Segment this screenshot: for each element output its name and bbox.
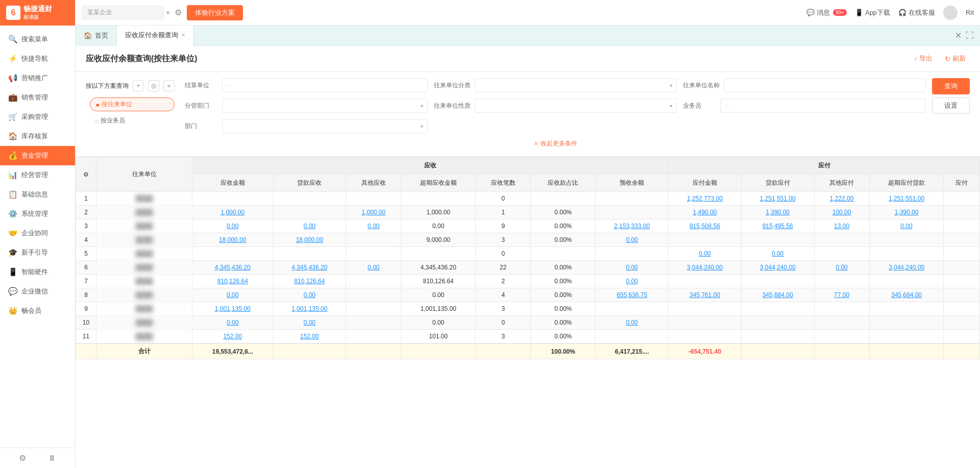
cell[interactable]: 152.00 — [273, 330, 346, 344]
cell[interactable]: 0.00 — [346, 261, 401, 275]
cell[interactable]: 0.00 — [814, 261, 869, 275]
settings-gear-icon[interactable]: ⚙ — [175, 8, 182, 17]
export-btn[interactable]: ↑ 导出 — [910, 52, 937, 65]
collapse-btn[interactable]: ∧ 收起更多条件 — [185, 137, 926, 150]
trial-btn[interactable]: 体验行业方案 — [187, 5, 243, 20]
query-btn[interactable]: 查询 — [932, 78, 970, 94]
sidebar-item-智能硬件[interactable]: 📱智能硬件 — [0, 262, 75, 282]
sidebar-item-企业协同[interactable]: 🤝企业协同 — [0, 224, 75, 243]
cell[interactable]: 0.00 — [869, 219, 944, 233]
cell[interactable]: 1,222.00 — [814, 192, 869, 206]
cell[interactable]: 1,251,551.00 — [741, 192, 814, 206]
sidebar-item-采购管理[interactable]: 🛒采购管理 — [0, 107, 75, 127]
cell[interactable]: 4,345,436.20 — [273, 261, 346, 275]
cell[interactable]: 0.00 — [192, 288, 273, 302]
nature-input[interactable]: ▾ — [475, 98, 677, 113]
salesman-input[interactable]: ··· — [720, 98, 926, 113]
cell[interactable]: 13.00 — [814, 219, 869, 233]
filter-by-salesman[interactable]: ○ 按业务员 — [90, 114, 175, 127]
sidebar-item-畅会员[interactable]: 👑畅会员 — [0, 301, 75, 321]
cell[interactable]: 4,345,436.20 — [192, 261, 273, 275]
cell[interactable]: 0.00 — [596, 275, 669, 288]
sidebar-item-企业微信[interactable]: 💬企业微信 — [0, 282, 75, 301]
sidebar-item-经营管理[interactable]: 📊经营管理 — [0, 165, 75, 185]
cell[interactable]: 3,044,240.00 — [741, 261, 814, 275]
setting-btn[interactable]: 设置 — [932, 97, 970, 114]
filter-by-unit[interactable]: ● 按往来单位 — [90, 97, 175, 111]
cell[interactable]: 1,000.00 — [346, 206, 401, 219]
settings-filter-btn[interactable]: ◎ — [148, 80, 159, 91]
cell: 0 — [476, 247, 531, 261]
sidebar-item-新手引导[interactable]: 🎓新手引导 — [0, 243, 75, 262]
sidebar-item-销售管理[interactable]: 💼销售管理 — [0, 88, 75, 107]
sidebar-item-营销推广[interactable]: 📢营销推广 — [0, 68, 75, 88]
cell[interactable]: 3,044,240.00 — [669, 261, 742, 275]
name-input[interactable] — [724, 78, 926, 92]
sidebar-item-基础信息[interactable]: 📋基础信息 — [0, 185, 75, 204]
cell[interactable]: 0.00 — [192, 219, 273, 233]
cell[interactable]: 77.00 — [814, 288, 869, 302]
cell[interactable]: 345,684.00 — [869, 288, 944, 302]
user-avatar[interactable] — [943, 6, 958, 20]
sidebar-item-搜索菜单[interactable]: 🔍搜索菜单 — [0, 30, 75, 49]
cell[interactable]: 100.00 — [814, 206, 869, 219]
filter-methods: 按以下方案查询 + ◎ « — [86, 80, 175, 91]
cell[interactable]: 1,251,551.00 — [869, 192, 944, 206]
dept-input[interactable]: ▾ — [222, 98, 428, 113]
sidebar-item-快捷导航[interactable]: ⚡快捷导航 — [0, 49, 75, 68]
messages-item[interactable]: 💬 消息 99+ — [806, 8, 847, 17]
cell[interactable]: 0.00 — [273, 316, 346, 330]
cell[interactable]: 0.00 — [192, 316, 273, 330]
cell: 101.00 — [401, 330, 476, 344]
sidebar-item-系统管理[interactable]: ⚙️系统管理 — [0, 204, 75, 224]
cell[interactable]: 915,508.56 — [669, 219, 742, 233]
cell[interactable]: 1,490.00 — [669, 206, 742, 219]
cell[interactable]: 0.00 — [596, 316, 669, 330]
cell[interactable]: 3,044,240.00 — [869, 261, 944, 275]
cell[interactable]: 18,000.00 — [273, 233, 346, 247]
collapse-icon[interactable]: ⏸ — [48, 454, 56, 463]
tab-home[interactable]: 🏠 首页 — [76, 26, 117, 46]
cell: 0.00% — [531, 233, 596, 247]
cell[interactable]: 810,126.64 — [273, 275, 346, 288]
cell[interactable]: 1,001,135.00 — [192, 302, 273, 316]
settings-bottom-icon[interactable]: ⚙ — [19, 453, 26, 463]
cell[interactable]: 18,000.00 — [192, 233, 273, 247]
cell[interactable]: 915,495.56 — [741, 219, 814, 233]
cell[interactable]: 1,000.00 — [192, 206, 273, 219]
sidebar-item-库存核算[interactable]: 🏠库存核算 — [0, 127, 75, 146]
footer-recv[interactable]: 19,553,472,6... — [192, 343, 273, 359]
cell[interactable]: 1,390.00 — [869, 206, 944, 219]
category-input[interactable]: ▾ — [475, 78, 677, 92]
refresh-btn[interactable]: ↻ 刷新 — [941, 52, 970, 65]
cell[interactable]: 0.00 — [596, 233, 669, 247]
cell[interactable]: 2,153,333.00 — [596, 219, 669, 233]
expand-icon[interactable]: ⛶ — [966, 31, 974, 40]
cell[interactable]: 0.00 — [741, 247, 814, 261]
app-download-item[interactable]: 📱 App下载 — [855, 8, 890, 17]
breadcrumb-address[interactable]: 某某企业 — [82, 6, 163, 19]
cell[interactable]: 810,126.64 — [192, 275, 273, 288]
cell[interactable]: 1,390.00 — [741, 206, 814, 219]
settlement-input[interactable]: ··· — [222, 78, 428, 92]
close-window-icon[interactable]: ✕ — [955, 31, 962, 40]
cell[interactable]: 345,684.00 — [741, 288, 814, 302]
tab-close-icon[interactable]: ✕ — [181, 32, 185, 38]
cell[interactable]: 1,252,773.00 — [669, 192, 742, 206]
cell[interactable]: 655,636.75 — [596, 288, 669, 302]
sidebar-item-资金管理[interactable]: 💰资金管理 — [0, 146, 75, 165]
cell[interactable]: 0.00 — [596, 261, 669, 275]
cell[interactable]: 0.00 — [669, 247, 742, 261]
add-filter-btn[interactable]: + — [133, 80, 144, 91]
cell[interactable]: 0.00 — [346, 219, 401, 233]
division-input[interactable]: ▾ — [222, 119, 428, 133]
table-settings-col[interactable]: ⚙ — [76, 157, 96, 192]
tab-receivable[interactable]: 应收应付余额查询 ✕ — [117, 26, 194, 46]
cell[interactable]: 345,761.00 — [669, 288, 742, 302]
back-filter-btn[interactable]: « — [163, 80, 175, 91]
cell[interactable]: 1,001,135.00 — [273, 302, 346, 316]
cell[interactable]: 0.00 — [273, 288, 346, 302]
online-service-item[interactable]: 🎧 在线客服 — [898, 8, 935, 17]
cell[interactable]: 152.00 — [192, 330, 273, 344]
cell[interactable]: 0.00 — [273, 219, 346, 233]
